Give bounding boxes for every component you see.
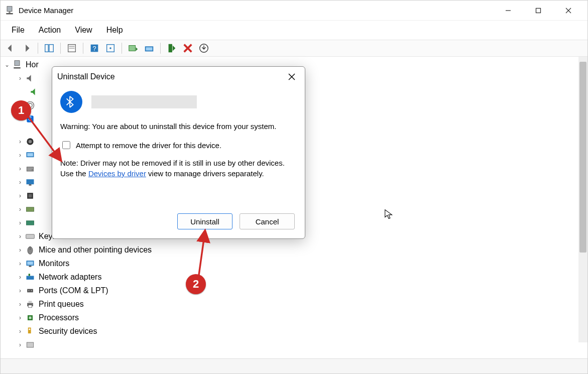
dialog-close-button[interactable] (284, 69, 300, 85)
nav-forward-button[interactable] (20, 42, 34, 55)
menubar: File Action View Help (1, 21, 587, 40)
svg-rect-55 (29, 305, 32, 307)
collapse-icon[interactable] (16, 287, 25, 294)
cancel-button[interactable]: Cancel (240, 213, 295, 229)
tree-node-monitors[interactable]: Monitors (3, 257, 585, 270)
scan-hardware-button[interactable] (142, 42, 156, 55)
scrollbar-thumb[interactable] (579, 62, 586, 253)
titlebar: Device Manager (1, 1, 587, 21)
tree-node-network[interactable]: Network adapters (3, 270, 585, 284)
enable-device-button[interactable] (165, 42, 179, 55)
vertical-scrollbar[interactable] (578, 57, 587, 342)
collapse-icon[interactable] (16, 233, 25, 240)
svg-rect-49 (29, 274, 30, 276)
mouse-cursor-icon (384, 209, 395, 221)
help-button[interactable]: ? (87, 42, 101, 55)
collapse-icon[interactable] (16, 314, 25, 321)
tree-label: Security devices (39, 327, 97, 336)
close-button[interactable] (553, 1, 583, 21)
collapse-icon[interactable] (16, 75, 25, 82)
network-icon (25, 272, 36, 283)
svg-point-33 (32, 169, 33, 170)
collapse-icon[interactable] (16, 192, 25, 199)
scan-button-1[interactable] (103, 42, 117, 55)
software-icon (25, 339, 36, 350)
collapse-icon[interactable] (16, 179, 25, 186)
svg-rect-40 (26, 234, 35, 238)
collapse-icon[interactable] (16, 274, 25, 281)
collapse-icon[interactable] (16, 206, 25, 213)
tree-node-mice[interactable]: Mice and other pointing devices (3, 243, 585, 257)
scan-changes-button[interactable] (197, 42, 211, 55)
menu-action[interactable]: Action (32, 23, 68, 38)
dialog-buttons: Uninstall Cancel (52, 206, 305, 238)
device-name-redacted (91, 95, 197, 108)
menu-view[interactable]: View (68, 23, 99, 38)
bluetooth-icon (60, 91, 82, 113)
update-driver-button[interactable] (126, 42, 140, 55)
tree-label: Network adapters (39, 273, 101, 282)
device-manager-icon (5, 6, 15, 16)
collapse-icon[interactable] (16, 260, 25, 267)
svg-rect-50 (27, 289, 33, 292)
tree-node-security[interactable]: Security devices (3, 324, 585, 338)
printer-icon (25, 299, 36, 310)
keyboard-icon (25, 231, 36, 242)
tree-label: Processors (39, 313, 79, 322)
uninstall-button[interactable]: Uninstall (177, 213, 232, 229)
firmware-icon (25, 190, 36, 201)
svg-rect-48 (27, 276, 34, 280)
collapse-icon[interactable] (16, 152, 25, 159)
dialog-titlebar: Uninstall Device (52, 67, 305, 87)
svg-rect-0 (7, 6, 12, 11)
collapse-icon[interactable] (16, 328, 25, 335)
menu-help[interactable]: Help (99, 23, 130, 38)
svg-rect-57 (29, 316, 32, 319)
svg-rect-60 (27, 342, 33, 347)
security-icon (25, 326, 36, 337)
properties-button[interactable] (65, 42, 79, 55)
annotation-arrow-2 (194, 229, 214, 279)
uninstall-device-button[interactable] (181, 42, 195, 55)
dialog-title: Uninstall Device (57, 72, 115, 81)
display-adapter-icon (25, 177, 36, 188)
toolbar: ? (1, 40, 587, 57)
audio-icon (25, 73, 36, 84)
tree-node-ports[interactable]: Ports (COM & LPT) (3, 284, 585, 297)
collapse-icon[interactable] (16, 341, 25, 348)
uninstall-device-dialog: Uninstall Device Warning: You are about … (52, 66, 305, 239)
maximize-button[interactable] (523, 1, 553, 21)
expand-icon[interactable] (3, 61, 12, 68)
svg-rect-1 (9, 11, 10, 13)
svg-point-59 (29, 328, 30, 330)
svg-line-63 (28, 116, 60, 160)
devices-by-driver-link[interactable]: Devices by driver (88, 169, 146, 178)
tree-label: Monitors (39, 259, 69, 268)
remove-driver-row[interactable]: Attempt to remove the driver for this de… (60, 140, 297, 151)
hid-icon (25, 204, 36, 215)
collapse-icon[interactable] (16, 165, 25, 172)
nav-back-button[interactable] (4, 42, 18, 55)
tree-node-print-queues[interactable]: Print queues (3, 297, 585, 311)
svg-rect-18 (146, 47, 153, 50)
minimize-button[interactable] (493, 1, 523, 21)
processor-icon (25, 312, 36, 323)
svg-rect-47 (29, 266, 32, 267)
note-suffix: view to manage drivers separately. (146, 169, 264, 178)
svg-line-64 (199, 232, 205, 275)
collapse-icon[interactable] (16, 301, 25, 308)
svg-rect-46 (27, 261, 33, 265)
svg-rect-2 (6, 13, 13, 15)
ports-icon (25, 285, 36, 296)
svg-rect-4 (536, 8, 541, 13)
menu-file[interactable]: File (5, 23, 32, 38)
collapse-icon[interactable] (16, 246, 25, 254)
note-text: Note: Driver may not be removed if it is… (60, 158, 297, 179)
monitor-icon (25, 258, 36, 269)
collapse-icon[interactable] (16, 219, 25, 226)
imaging-icon (25, 217, 36, 228)
collapse-icon[interactable] (16, 138, 25, 145)
tree-node-processors[interactable]: Processors (3, 311, 585, 324)
show-hide-tree-button[interactable] (42, 42, 56, 55)
svg-rect-7 (45, 45, 48, 52)
